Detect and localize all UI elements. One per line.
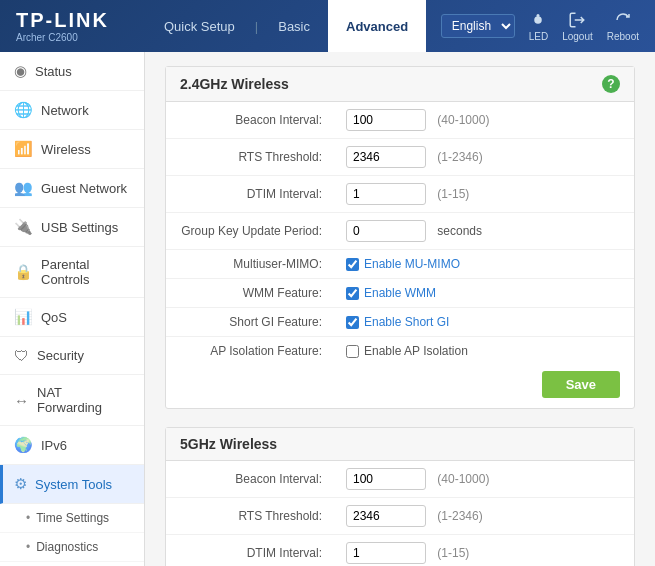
check-short-gi-24[interactable] (346, 316, 359, 329)
tab-quick-setup[interactable]: Quick Setup (146, 0, 253, 52)
hint-beacon-interval-5: (40-1000) (437, 472, 489, 486)
check-mu-mimo-24[interactable] (346, 258, 359, 271)
form-table-5ghz: Beacon Interval: (40-1000) RTS Threshold… (166, 461, 634, 566)
save-row-24ghz: Save (166, 365, 634, 408)
label-rts-threshold-24: RTS Threshold: (166, 139, 336, 176)
input-dtim-interval-24[interactable] (346, 183, 426, 205)
label-short-gi-24: Short GI Feature: (166, 308, 336, 337)
table-row: Beacon Interval: (40-1000) (166, 102, 634, 139)
hint-dtim-interval-5: (1-15) (437, 546, 469, 560)
checkbox-short-gi-24[interactable]: Enable Short GI (346, 315, 624, 329)
wireless-icon: 📶 (14, 140, 33, 158)
label-dtim-interval-5: DTIM Interval: (166, 535, 336, 567)
usb-icon: 🔌 (14, 218, 33, 236)
section-5ghz: 5GHz Wireless Beacon Interval: (40-1000)… (165, 427, 635, 566)
section-24ghz-title: 2.4GHz Wireless (180, 76, 289, 92)
language-select[interactable]: English (441, 14, 515, 38)
system-tools-icon: ⚙ (14, 475, 27, 493)
check-wmm-24[interactable] (346, 287, 359, 300)
input-rts-threshold-24[interactable] (346, 146, 426, 168)
check-ap-isolation-24[interactable] (346, 345, 359, 358)
label-beacon-interval-5: Beacon Interval: (166, 461, 336, 498)
value-dtim-interval-5: (1-15) (336, 535, 634, 567)
sidebar-item-qos[interactable]: 📊 QoS (0, 298, 144, 337)
form-table-24ghz: Beacon Interval: (40-1000) RTS Threshold… (166, 102, 634, 365)
hint-dtim-interval-24: (1-15) (437, 187, 469, 201)
label-wmm-24: WMM Feature: (166, 279, 336, 308)
save-button-24ghz[interactable]: Save (542, 371, 620, 398)
label-dtim-interval-24: DTIM Interval: (166, 176, 336, 213)
header: TP-LINK Archer C2600 Quick Setup | Basic… (0, 0, 655, 52)
table-row: AP Isolation Feature: Enable AP Isolatio… (166, 337, 634, 366)
sidebar-item-network[interactable]: 🌐 Network (0, 91, 144, 130)
input-dtim-interval-5[interactable] (346, 542, 426, 564)
input-rts-threshold-5[interactable] (346, 505, 426, 527)
table-row: RTS Threshold: (1-2346) (166, 498, 634, 535)
value-beacon-interval-5: (40-1000) (336, 461, 634, 498)
header-right: English LED Logout Reboot (441, 11, 639, 42)
sidebar-sub-firmware-upgrade[interactable]: Firmware Upgrade (0, 562, 144, 566)
sidebar-item-guest-network[interactable]: 👥 Guest Network (0, 169, 144, 208)
header-icons: LED Logout Reboot (529, 11, 639, 42)
sidebar-item-usb-settings[interactable]: 🔌 USB Settings (0, 208, 144, 247)
sidebar-item-status[interactable]: ◉ Status (0, 52, 144, 91)
sidebar-sub-diagnostics[interactable]: Diagnostics (0, 533, 144, 562)
sidebar-item-security[interactable]: 🛡 Security (0, 337, 144, 375)
section-24ghz-header: 2.4GHz Wireless ? (166, 67, 634, 102)
value-mu-mimo-24: Enable MU-MIMO (336, 250, 634, 279)
input-beacon-interval-5[interactable] (346, 468, 426, 490)
sidebar: ◉ Status 🌐 Network 📶 Wireless 👥 Guest Ne… (0, 52, 145, 566)
value-group-key-24: seconds (336, 213, 634, 250)
hint-rts-threshold-5: (1-2346) (437, 509, 482, 523)
label-rts-threshold-5: RTS Threshold: (166, 498, 336, 535)
led-button[interactable]: LED (529, 11, 548, 42)
guest-icon: 👥 (14, 179, 33, 197)
checkbox-ap-isolation-24[interactable]: Enable AP Isolation (346, 344, 624, 358)
tab-basic[interactable]: Basic (260, 0, 328, 52)
qos-icon: 📊 (14, 308, 33, 326)
value-ap-isolation-24: Enable AP Isolation (336, 337, 634, 366)
table-row: Group Key Update Period: seconds (166, 213, 634, 250)
hint-rts-threshold-24: (1-2346) (437, 150, 482, 164)
label-group-key-24: Group Key Update Period: (166, 213, 336, 250)
value-rts-threshold-24: (1-2346) (336, 139, 634, 176)
sidebar-item-nat-forwarding[interactable]: ↔ NAT Forwarding (0, 375, 144, 426)
sidebar-item-ipv6[interactable]: 🌍 IPv6 (0, 426, 144, 465)
value-short-gi-24: Enable Short GI (336, 308, 634, 337)
units-group-key-24: seconds (437, 224, 482, 238)
security-icon: 🛡 (14, 347, 29, 364)
label-mu-mimo-24: Multiuser-MIMO: (166, 250, 336, 279)
input-beacon-interval-24[interactable] (346, 109, 426, 131)
value-wmm-24: Enable WMM (336, 279, 634, 308)
sidebar-sub-time-settings[interactable]: Time Settings (0, 504, 144, 533)
table-row: WMM Feature: Enable WMM (166, 279, 634, 308)
input-group-key-24[interactable] (346, 220, 426, 242)
content-area: 2.4GHz Wireless ? Beacon Interval: (40-1… (145, 52, 655, 566)
svg-point-1 (537, 14, 540, 17)
network-icon: 🌐 (14, 101, 33, 119)
sidebar-item-parental-controls[interactable]: 🔒 Parental Controls (0, 247, 144, 298)
table-row: DTIM Interval: (1-15) (166, 535, 634, 567)
status-icon: ◉ (14, 62, 27, 80)
section-5ghz-header: 5GHz Wireless (166, 428, 634, 461)
table-row: DTIM Interval: (1-15) (166, 176, 634, 213)
hint-beacon-interval-24: (40-1000) (437, 113, 489, 127)
logout-button[interactable]: Logout (562, 11, 593, 42)
sidebar-item-wireless[interactable]: 📶 Wireless (0, 130, 144, 169)
help-icon-24ghz[interactable]: ? (602, 75, 620, 93)
main-nav: Quick Setup | Basic Advanced (146, 0, 441, 52)
svg-point-0 (535, 16, 543, 24)
section-24ghz: 2.4GHz Wireless ? Beacon Interval: (40-1… (165, 66, 635, 409)
tab-advanced[interactable]: Advanced (328, 0, 426, 52)
label-beacon-interval-24: Beacon Interval: (166, 102, 336, 139)
label-ap-isolation-24: AP Isolation Feature: (166, 337, 336, 366)
checkbox-mu-mimo-24[interactable]: Enable MU-MIMO (346, 257, 624, 271)
value-dtim-interval-24: (1-15) (336, 176, 634, 213)
value-beacon-interval-24: (40-1000) (336, 102, 634, 139)
table-row: Short GI Feature: Enable Short GI (166, 308, 634, 337)
checkbox-wmm-24[interactable]: Enable WMM (346, 286, 624, 300)
reboot-button[interactable]: Reboot (607, 11, 639, 42)
sidebar-item-system-tools[interactable]: ⚙ System Tools (0, 465, 144, 504)
ipv6-icon: 🌍 (14, 436, 33, 454)
table-row: Multiuser-MIMO: Enable MU-MIMO (166, 250, 634, 279)
